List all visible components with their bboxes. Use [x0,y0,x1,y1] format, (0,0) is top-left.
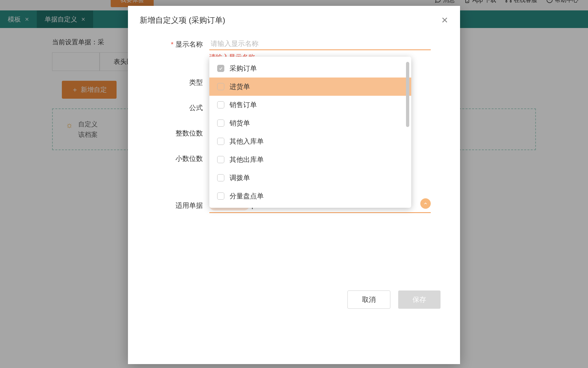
dropdown-panel: 采购订单 进货单 销售订单 销货单 其他入库单 [209,57,411,208]
label-apply-doc: 适用单据 [175,202,203,209]
label-int-digits: 整数位数 [175,129,203,137]
required-mark: * [171,40,174,48]
label-formula: 公式 [189,104,203,111]
cancel-button[interactable]: 取消 [347,290,390,309]
modal-close-button[interactable]: ✕ [441,15,448,25]
modal-title: 新增自定义项 (采购订单) [140,15,225,25]
checkbox-icon[interactable] [217,101,224,108]
dropdown-option[interactable]: 销售订单 [209,96,411,114]
checkbox-icon[interactable] [217,138,224,145]
checkbox-icon[interactable] [217,174,224,181]
dropdown-option[interactable]: 其他入库单 [209,132,411,150]
name-input[interactable] [209,38,431,50]
dropdown-option[interactable]: 其他出库单 [209,150,411,169]
modal-overlay: 新增自定义项 (采购订单) ✕ *显示名称 请输入显示名称 类型 公式 [0,0,588,368]
checkbox-icon[interactable] [217,192,224,200]
checkbox-checked-icon[interactable] [217,65,224,72]
dropdown-option[interactable]: 进货单 [209,78,411,96]
chevron-up-icon [423,201,428,206]
scrollbar-thumb[interactable] [406,62,409,127]
label-dec-digits: 小数位数 [175,155,203,162]
label-type: 类型 [189,78,203,86]
checkbox-icon[interactable] [217,120,224,127]
save-button[interactable]: 保存 [398,290,441,309]
checkbox-icon[interactable] [217,156,224,163]
checkbox-icon[interactable] [217,83,224,90]
dropdown-option[interactable]: 销货单 [209,114,411,132]
label-name: 显示名称 [175,40,203,48]
dropdown-option[interactable]: 调拨单 [209,169,411,187]
dropdown-toggle-button[interactable] [420,198,431,209]
dropdown-option[interactable]: 分量盘点单 [209,187,411,205]
dropdown-option[interactable]: 采购订单 [209,59,411,78]
modal: 新增自定义项 (采购订单) ✕ *显示名称 请输入显示名称 类型 公式 [128,6,460,364]
